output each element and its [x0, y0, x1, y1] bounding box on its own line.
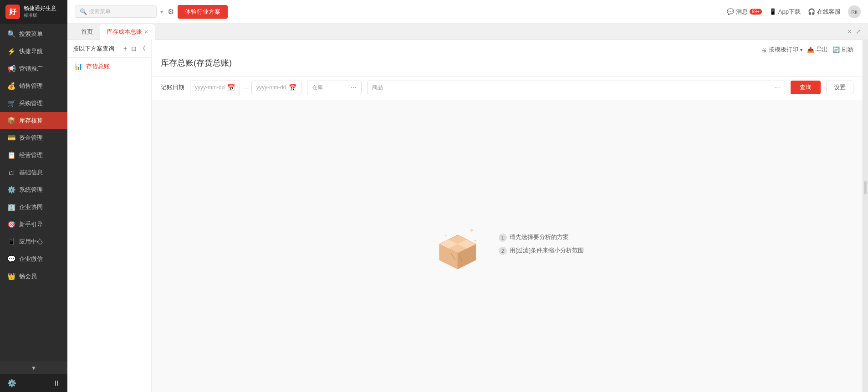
app-download-item[interactable]: 📱 App下载	[769, 8, 801, 16]
page-actions: 🖨 按模板打印 ▾ 📤 导出 🔄 刷新	[161, 46, 853, 54]
query-button[interactable]: 查询	[791, 81, 821, 94]
print-button[interactable]: 🖨 按模板打印 ▾	[761, 46, 802, 54]
sidebar-item-label: 快捷导航	[19, 47, 43, 56]
app-badge: 标准版	[24, 12, 56, 19]
message-badge: 99+	[750, 9, 762, 15]
marketing-icon: 📢	[7, 65, 15, 73]
add-scheme-button[interactable]: ＋	[122, 45, 128, 53]
search-box[interactable]: 🔍 搜索菜单	[75, 5, 157, 18]
content-area: 按以下方案查询 ＋ ⊟ 《 📊 存货总账 🖨 按模板打印	[67, 40, 868, 392]
apps-icon: 📱	[7, 238, 15, 246]
tab-inventory-cost-label: 库存成本总账	[107, 28, 142, 36]
date-from-placeholder: yyyy-mm-dd	[195, 84, 225, 91]
warehouse-label: 仓库	[312, 84, 348, 92]
sidebar-item-label: 采购管理	[19, 99, 43, 107]
sidebar-item-basic[interactable]: 🗂 基础信息	[0, 164, 67, 181]
close-panel-icon[interactable]: ✕	[847, 28, 852, 35]
export-button[interactable]: 📤 导出	[807, 46, 828, 54]
sidebar-item-label: 经营管理	[19, 151, 43, 159]
industry-button[interactable]: 体验行业方案	[178, 5, 228, 19]
sidebar-item-system[interactable]: ⚙️ 系统管理	[0, 181, 67, 199]
sidebar-item-label: 企业协同	[19, 203, 43, 211]
scheme-item-label: 存货总账	[86, 62, 110, 71]
tab-home-label: 首页	[81, 28, 93, 36]
sidebar-item-label: 销售管理	[19, 82, 43, 90]
sidebar-item-search[interactable]: 🔍 搜索菜单	[0, 25, 67, 43]
user-avatar[interactable]: Rit	[848, 5, 861, 18]
empty-step-2: 2 用[过滤]条件来缩小分析范围	[499, 246, 584, 255]
sidebar-nav: 🔍 搜索菜单 ⚡ 快捷导航 📢 营销推广 💰 销售管理 🛒 采购管理 📦 库存核…	[0, 24, 67, 361]
collapse-icon[interactable]: ⏸	[53, 379, 60, 387]
app-download-label: App下载	[778, 8, 801, 16]
sidebar-item-label: 应用中心	[19, 238, 43, 246]
right-panel: 🖨 按模板打印 ▾ 📤 导出 🔄 刷新 库存总账(存货总账)	[152, 40, 863, 392]
basic-icon: 🗂	[7, 169, 15, 177]
sidebar-item-shortcut[interactable]: ⚡ 快捷导航	[0, 43, 67, 60]
phone-icon: 📱	[769, 8, 776, 15]
tab-home[interactable]: 首页	[75, 24, 100, 40]
message-label: 消息	[736, 8, 748, 16]
topbar-right: 💬 消息 99+ 📱 App下载 🎧 在线客服 Rit	[727, 5, 861, 18]
sidebar-item-member[interactable]: 👑 畅会员	[0, 268, 67, 285]
sidebar-item-newbie[interactable]: 🎯 新手引导	[0, 216, 67, 233]
date-to-input[interactable]: yyyy-mm-dd 📅	[251, 81, 301, 94]
scheme-item-inventory[interactable]: 📊 存货总账	[67, 58, 151, 75]
sidebar-item-inventory[interactable]: 📦 库存核算	[0, 112, 67, 129]
shortcut-icon: ⚡	[7, 47, 15, 56]
date-from-input[interactable]: yyyy-mm-dd 📅	[190, 81, 240, 94]
tab-close-icon[interactable]: ✕	[144, 29, 148, 35]
manage-scheme-button[interactable]: ⊟	[131, 45, 137, 52]
sidebar: 好 畅捷通好生意 标准版 🔍 搜索菜单 ⚡ 快捷导航 📢 营销推广 💰 销售管理…	[0, 0, 67, 392]
sidebar-item-capital[interactable]: 💳 资金管理	[0, 129, 67, 147]
print-chevron-icon: ▾	[800, 47, 802, 52]
settings-icon[interactable]: ⚙️	[7, 379, 16, 387]
empty-inner: ✦ ✦ ✦ 1 请先选择要分析的方案 2 用[过滤]条件来缩小分析范围	[430, 219, 584, 274]
product-label: 商品	[372, 84, 771, 92]
search-icon: 🔍	[7, 30, 15, 38]
sidebar-item-purchase[interactable]: 🛒 采购管理	[0, 95, 67, 112]
calendar-to-icon[interactable]: 📅	[289, 84, 296, 91]
print-label: 按模板打印	[769, 46, 798, 54]
refresh-button[interactable]: 🔄 刷新	[832, 46, 853, 54]
empty-illustration: ✦ ✦ ✦	[430, 219, 485, 274]
user-name: Rit	[851, 9, 857, 15]
filter-label: 记账日期	[161, 83, 184, 92]
sidebar-item-wechat[interactable]: 💬 企业微信	[0, 250, 67, 268]
settings-button[interactable]: 设置	[826, 81, 853, 94]
online-service-item[interactable]: 🎧 在线客服	[808, 8, 841, 16]
sidebar-item-label: 系统管理	[19, 186, 43, 194]
logo-icon: 好	[5, 5, 20, 19]
collapse-panel-button[interactable]: 《	[139, 45, 146, 53]
empty-state: ✦ ✦ ✦ 1 请先选择要分析的方案 2 用[过滤]条件来缩小分析范围	[152, 100, 863, 392]
inventory-icon: 📦	[7, 117, 15, 125]
sidebar-item-operations[interactable]: 📋 经营管理	[0, 147, 67, 164]
warehouse-more-icon[interactable]: ···	[351, 83, 357, 92]
left-panel-title: 按以下方案查询	[73, 45, 114, 53]
warehouse-selector[interactable]: 仓库 ···	[307, 81, 362, 94]
inventory-scheme-icon: 📊	[75, 63, 82, 70]
sidebar-item-sales[interactable]: 💰 销售管理	[0, 77, 67, 95]
calendar-from-icon[interactable]: 📅	[227, 84, 235, 91]
page-header: 🖨 按模板打印 ▾ 📤 导出 🔄 刷新 库存总账(存货总账)	[152, 40, 863, 77]
wechat-icon: 💬	[7, 255, 15, 263]
scroll-handle[interactable]	[863, 40, 868, 392]
tabbar: 首页 库存成本总账 ✕ ✕ ⤢	[67, 24, 868, 40]
tab-inventory-cost[interactable]: 库存成本总账 ✕	[100, 24, 155, 40]
topbar-chevron-icon[interactable]: ▾	[160, 9, 163, 15]
sidebar-item-label: 基础信息	[19, 168, 43, 177]
product-more-icon[interactable]: ···	[774, 83, 780, 92]
expand-icon[interactable]: ⤢	[856, 28, 861, 35]
sidebar-item-apps[interactable]: 📱 应用中心	[0, 233, 67, 250]
sidebar-item-enterprise[interactable]: 🏢 企业协同	[0, 199, 67, 216]
product-selector[interactable]: 商品 ···	[367, 81, 785, 94]
sidebar-item-label: 畅会员	[19, 272, 37, 280]
sidebar-item-marketing[interactable]: 📢 营销推广	[0, 60, 67, 77]
search-placeholder: 搜索菜单	[89, 8, 111, 15]
left-panel-header: 按以下方案查询 ＋ ⊟ 《	[67, 40, 151, 58]
sidebar-scroll-down[interactable]: ▼	[0, 361, 67, 374]
message-item[interactable]: 💬 消息 99+	[727, 8, 762, 16]
step-1-text: 请先选择要分析的方案	[510, 233, 569, 241]
topbar-gear-icon[interactable]: ⚙	[168, 7, 174, 16]
newbie-icon: 🎯	[7, 220, 15, 229]
svg-text:✦: ✦	[469, 227, 475, 234]
